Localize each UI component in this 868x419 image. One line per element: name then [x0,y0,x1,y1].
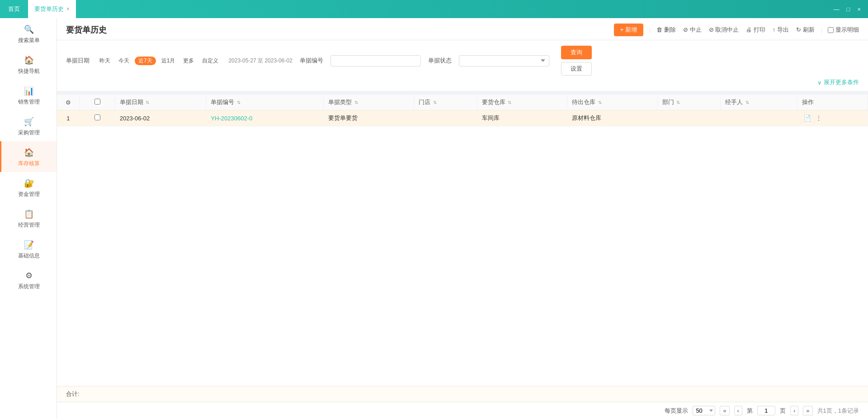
sort-store-icon: ⇅ [433,100,437,105]
order-no-link[interactable]: YH-20230602-0 [211,115,252,122]
toolbar: + 新增 | 🗑 删除 ⊘ 中止 ⊘ 取消中止 🖨 打印 ↑ 导出 ↻ 刷新 |… [614,24,859,36]
close-tab-btn[interactable]: × [66,0,70,18]
date-btn-7days[interactable]: 近7天 [135,57,156,65]
sidebar-label-sales: 销售管理 [18,98,40,106]
sidebar-item-system[interactable]: ⚙ 系统管理 [0,264,57,295]
col-req-warehouse[interactable]: 要货仓库 ⇅ [477,95,567,110]
tab-home[interactable]: 首页 [0,0,28,18]
sidebar-item-inventory[interactable]: 🏠 库存核算 [0,141,57,172]
date-btn-today[interactable]: 今天 [116,57,132,65]
sort-req-warehouse-icon: ⇅ [508,100,511,105]
sidebar-label-finance: 资金管理 [18,190,40,198]
purchase-icon: 🛒 [24,117,34,127]
sort-date-icon: ⇅ [146,100,149,105]
search-icon: 🔍 [24,24,34,34]
sidebar-item-search[interactable]: 🔍 搜索菜单 [0,18,57,49]
minimize-btn[interactable]: — [834,6,840,13]
col-date-label: 单据日期 [120,99,143,105]
col-date[interactable]: 单据日期 ⇅ [115,95,206,110]
date-btn-more[interactable]: 更多 [180,57,197,65]
sidebar-item-operations[interactable]: 📋 经营管理 [0,203,57,233]
stop-button[interactable]: ⊘ 中止 [682,24,703,36]
total-info: 共1页，1条记录 [817,407,859,415]
table-row: 1 2023-06-02 YH-20230602-0 要货单要货 车间库 原材料… [57,110,868,126]
cancel-stop-button[interactable]: ⊘ 取消中止 [708,24,740,36]
date-filter-buttons: 昨天 今天 近7天 近1月 更多 自定义 [97,57,221,65]
status-select[interactable]: 待审核 已审核 已中止 [459,55,549,67]
col-settings[interactable]: ⚙ [57,95,80,110]
new-button[interactable]: + 新增 [614,24,643,36]
next-page-btn[interactable]: › [790,406,798,415]
chevron-down-icon: ∨ [817,79,822,86]
sidebar-item-base-info[interactable]: 📝 基础信息 [0,233,57,264]
print-button[interactable]: 🖨 打印 [745,24,766,36]
sidebar-item-purchase[interactable]: 🛒 采购管理 [0,110,57,141]
close-window-btn[interactable]: × [857,6,861,13]
page-label: 第 [747,407,753,415]
tab-active[interactable]: 要货单历史 × [28,0,76,18]
select-all-checkbox[interactable] [94,99,100,105]
cell-checkbox [80,110,115,126]
refresh-button[interactable]: ↻ 刷新 [795,24,816,36]
col-order-type[interactable]: 单据类型 ⇅ [324,95,414,110]
system-icon: ⚙ [25,271,33,281]
prev-page-btn[interactable]: ‹ [734,406,742,415]
first-page-btn[interactable]: « [720,406,729,415]
row-checkbox[interactable] [94,114,100,120]
sort-department-icon: ⇅ [676,100,680,105]
sidebar-label-system: 系统管理 [18,283,40,290]
sidebar-label-quick-nav: 快捷导航 [18,67,40,75]
tab-active-label: 要货单历史 [34,0,64,18]
date-filter-label: 单据日期 [66,57,90,65]
page-size-select[interactable]: 20 50 100 200 [693,406,715,415]
table-footer: 合计: [57,386,868,402]
col-handler-label: 经手人 [725,99,743,105]
sort-order-no-icon: ⇅ [237,100,241,105]
col-order-no-label: 单据编号 [211,99,234,105]
maximize-btn[interactable]: □ [847,6,850,13]
base-info-icon: 📝 [24,240,34,250]
delete-button[interactable]: 🗑 删除 [656,24,677,36]
col-checkbox [80,95,115,110]
col-pending-warehouse-label: 待出仓库 [572,99,595,105]
finance-icon: 🔐 [24,178,34,188]
col-actions-label: 操作 [802,99,814,105]
sidebar-label-search: 搜索菜单 [18,37,40,44]
sidebar-item-quick-nav[interactable]: 🏠 快捷导航 [0,49,57,80]
date-btn-yesterday[interactable]: 昨天 [97,57,113,65]
col-order-type-label: 单据类型 [328,99,352,105]
display-detail-checkbox[interactable] [828,27,834,33]
settings-button[interactable]: 设置 [561,62,592,76]
export-button[interactable]: ↑ 导出 [772,24,790,36]
cell-actions: 📄 ⋮ [797,110,868,126]
page-number-input[interactable]: 1 [757,406,775,415]
last-page-btn[interactable]: » [803,406,812,415]
col-pending-warehouse[interactable]: 待出仓库 ⇅ [567,95,658,110]
date-btn-1month[interactable]: 近1月 [159,57,178,65]
settings-icon[interactable]: ⚙ [66,99,71,106]
sidebar-item-finance[interactable]: 🔐 资金管理 [0,172,57,203]
col-req-warehouse-label: 要货仓库 [482,99,505,105]
sort-handler-icon: ⇅ [745,100,749,105]
sidebar-label-inventory: 库存核算 [18,160,40,167]
sidebar-label-base-info: 基础信息 [18,252,40,260]
sidebar-label-purchase: 采购管理 [18,129,40,137]
col-actions: 操作 [797,95,868,110]
data-table: ⚙ 单据日期 ⇅ 单据编号 ⇅ [57,95,868,126]
col-order-no[interactable]: 单据编号 ⇅ [206,95,324,110]
query-button[interactable]: 查询 [561,46,592,59]
display-detail-toggle[interactable]: 显示明细 [828,26,859,34]
edit-action-icon[interactable]: 📄 [803,114,811,122]
cell-pending-warehouse: 原材料仓库 [567,110,658,126]
col-store[interactable]: 门店 ⇅ [414,95,477,110]
order-no-input[interactable] [330,55,421,67]
sidebar-item-sales[interactable]: 📊 销售管理 [0,80,57,110]
summary-label: 合计: [66,390,80,397]
col-handler[interactable]: 经手人 ⇅ [721,95,797,110]
more-action-icon[interactable]: ⋮ [816,114,822,122]
col-department[interactable]: 部门 ⇅ [657,95,721,110]
date-btn-custom[interactable]: 自定义 [199,57,221,65]
pagination-bar: 每页显示 20 50 100 200 « ‹ 第 1 页 › » 共1页，1条记… [57,402,868,419]
expand-filter-btn[interactable]: ∨ 展开更多条件 [817,78,859,86]
page-unit-label: 页 [780,407,786,415]
